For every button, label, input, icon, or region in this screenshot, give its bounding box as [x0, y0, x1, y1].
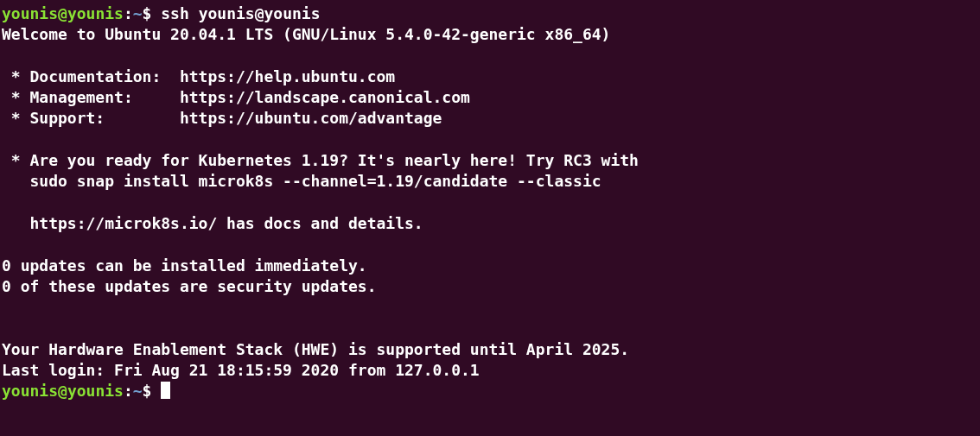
- motd-updates-2: 0 of these updates are security updates.: [2, 276, 978, 297]
- motd-blank: [2, 193, 978, 213]
- motd-updates-1: 0 updates can be installed immediately.: [2, 256, 978, 276]
- motd-kubernetes-2: sudo snap install microk8s --channel=1.1…: [2, 171, 978, 192]
- motd-welcome: Welcome to Ubuntu 20.04.1 LTS (GNU/Linux…: [2, 24, 978, 45]
- prompt-dollar: $: [143, 382, 162, 400]
- motd-blank: [2, 234, 978, 255]
- prompt-at: @: [58, 382, 67, 400]
- entered-command: ssh younis@younis: [161, 4, 320, 22]
- motd-blank: [2, 130, 978, 150]
- motd-management: * Management: https://landscape.canonica…: [2, 87, 978, 108]
- motd-last-login: Last login: Fri Aug 21 18:15:59 2020 fro…: [2, 360, 978, 381]
- motd-blank: [2, 318, 978, 338]
- motd-blank: [2, 297, 978, 318]
- motd-kubernetes-3: https://microk8s.io/ has docs and detail…: [2, 213, 978, 234]
- prompt-line-2[interactable]: younis@younis:~$: [2, 381, 978, 401]
- prompt-path: ~: [133, 382, 143, 400]
- motd-blank: [2, 46, 978, 66]
- prompt-user: younis: [2, 4, 58, 22]
- prompt-host: younis: [67, 4, 124, 22]
- prompt-dollar: $: [143, 4, 162, 22]
- prompt-line-1: younis@younis:~$ ssh younis@younis: [2, 3, 978, 24]
- motd-hwe: Your Hardware Enablement Stack (HWE) is …: [2, 339, 978, 360]
- motd-documentation: * Documentation: https://help.ubuntu.com: [2, 66, 978, 87]
- cursor-icon: [161, 382, 170, 399]
- prompt-at: @: [58, 4, 67, 22]
- motd-kubernetes-1: * Are you ready for Kubernetes 1.19? It'…: [2, 150, 978, 171]
- prompt-host: younis: [67, 382, 124, 400]
- motd-support: * Support: https://ubuntu.com/advantage: [2, 108, 978, 129]
- terminal-output[interactable]: younis@younis:~$ ssh younis@younisWelcom…: [2, 3, 978, 402]
- prompt-colon: :: [124, 4, 133, 22]
- prompt-path: ~: [133, 4, 143, 22]
- prompt-user: younis: [2, 382, 58, 400]
- prompt-colon: :: [124, 382, 133, 400]
